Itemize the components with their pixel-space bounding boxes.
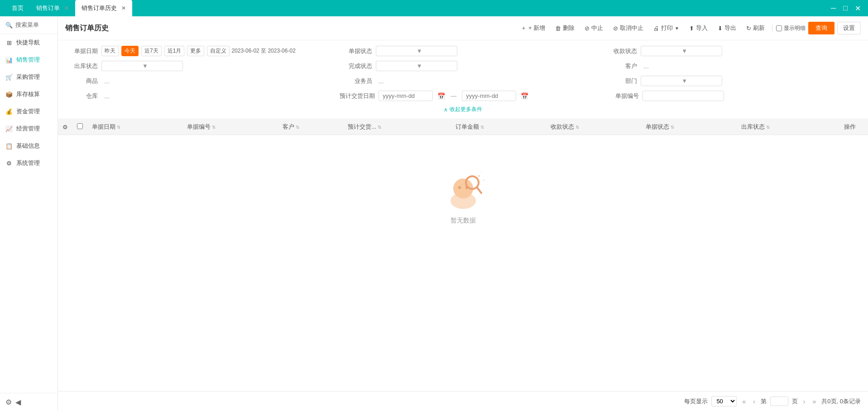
delivery-date-end-input[interactable]	[462, 91, 516, 101]
date-btn-7days[interactable]: 近7天	[141, 46, 162, 56]
th-no-label: 单据编号	[187, 123, 211, 131]
win-maximize-button[interactable]: □	[841, 4, 849, 12]
import-button[interactable]: ⬆ 导入	[686, 22, 711, 34]
tab-home[interactable]: 首页	[5, 0, 30, 16]
show-detail-label[interactable]: 显示明细	[776, 24, 806, 32]
filter-row-1: 单据日期 昨天 今天 近7天 近1月 更多 自定义 2023-06-02 至 2…	[65, 46, 861, 56]
tab-sales-order-close[interactable]: ✕	[64, 5, 69, 11]
setting-label: 设置	[843, 24, 855, 31]
customer-label: 客户	[604, 62, 641, 70]
product-control: ...	[101, 77, 321, 85]
export-button[interactable]: ⬇ 导出	[714, 22, 740, 34]
date-filter-control: 昨天 今天 近7天 近1月 更多 自定义 2023-06-02 至 2023-0…	[101, 46, 321, 56]
sidebar-item-sales-mgmt[interactable]: 📊 销售管理	[0, 51, 58, 68]
th-bill-status[interactable]: 单据状态 ⇅	[641, 119, 736, 135]
complete-status-select[interactable]: ▼	[376, 61, 457, 71]
sidebar-item-inventory-calc-label: 库存核算	[16, 90, 40, 98]
query-button[interactable]: 查询	[808, 22, 834, 34]
capital-mgmt-icon: 💰	[5, 108, 13, 115]
stop-label: 中止	[591, 24, 603, 32]
complete-status-control: ▼	[376, 61, 596, 71]
sidebar-item-sys-mgmt[interactable]: ⚙ 系统管理	[0, 155, 58, 172]
th-gear[interactable]: ⚙	[58, 119, 72, 135]
sidebar-settings-button[interactable]: ⚙	[5, 398, 12, 406]
warehouse-dots-button[interactable]: ...	[101, 92, 112, 100]
collapse-label: 收起更多条件	[450, 106, 482, 113]
product-dots-button[interactable]: ...	[101, 77, 112, 85]
last-page-button[interactable]: »	[811, 397, 818, 406]
delivery-date-start-input[interactable]	[379, 91, 433, 101]
stop-icon: ⊘	[585, 25, 590, 32]
tab-sales-order-history[interactable]: 销售订单历史 ✕	[75, 0, 132, 16]
collapse-button[interactable]: ∧ 收起更多条件	[65, 106, 861, 113]
date-btn-1month[interactable]: 近1月	[164, 46, 185, 56]
delivery-date-start-calendar-icon[interactable]: 📅	[437, 92, 445, 100]
tab-sales-order-history-close[interactable]: ✕	[121, 5, 126, 11]
export-icon: ⬇	[718, 25, 723, 32]
th-action: 操作	[832, 119, 868, 135]
sys-mgmt-icon: ⚙	[5, 160, 13, 167]
customer-dots-button[interactable]: ...	[641, 63, 652, 70]
th-checkbox[interactable]	[72, 119, 87, 135]
sidebar-item-purchase-mgmt[interactable]: 🛒 采购管理	[0, 68, 58, 86]
th-bill-status-sort-icon: ⇅	[671, 125, 674, 130]
new-button[interactable]: ＋ + 新增	[517, 22, 549, 34]
bill-status-label: 单据状态	[340, 47, 376, 55]
salesperson-dots-button[interactable]: ...	[376, 77, 387, 85]
purchase-mgmt-icon: 🛒	[5, 73, 13, 81]
stop-button[interactable]: ⊘ 中止	[581, 22, 607, 34]
date-btn-custom[interactable]: 自定义	[207, 46, 230, 56]
th-date[interactable]: 单据日期 ⇅	[87, 119, 182, 135]
th-customer[interactable]: 客户 ⇅	[278, 119, 343, 135]
sidebar-item-base-info[interactable]: 📋 基础信息	[0, 137, 58, 155]
new-icon: ＋	[521, 24, 527, 32]
date-btn-today[interactable]: 今天	[121, 46, 139, 56]
sidebar-item-ops-mgmt[interactable]: 📈 经营管理	[0, 120, 58, 137]
refresh-label: 刷新	[753, 24, 765, 32]
show-detail-checkbox[interactable]	[776, 25, 782, 31]
sidebar-item-inventory-calc[interactable]: 📦 库存核算	[0, 86, 58, 103]
out-status-label: 出库状态	[65, 62, 101, 70]
win-minimize-button[interactable]: ─	[829, 4, 838, 12]
win-close-button[interactable]: ✕	[853, 4, 863, 13]
bill-status-select[interactable]: ▼	[376, 46, 457, 56]
print-button[interactable]: 🖨 打印 ▼	[650, 22, 683, 34]
refresh-button[interactable]: ↻ 刷新	[743, 22, 768, 34]
dept-select[interactable]: ▼	[641, 76, 722, 86]
tab-sales-order[interactable]: 销售订单 ✕	[30, 0, 75, 16]
first-page-button[interactable]: «	[740, 397, 748, 406]
sidebar-item-sales-mgmt-label: 销售管理	[16, 56, 40, 64]
th-no[interactable]: 单据编号 ⇅	[182, 119, 278, 135]
page-size-select[interactable]: 50 10 20 100	[711, 396, 737, 406]
date-range: 昨天 今天 近7天 近1月 更多 自定义	[101, 46, 230, 56]
delivery-date-end-calendar-icon[interactable]: 📅	[521, 92, 528, 100]
th-delivery[interactable]: 预计交货... ⇅	[343, 119, 451, 135]
th-amount-sort-icon: ⇅	[480, 125, 484, 130]
bill-no-input[interactable]	[643, 91, 724, 101]
th-receipt-status[interactable]: 收款状态 ⇅	[546, 119, 641, 135]
sidebar-collapse-button[interactable]: ◀	[15, 398, 21, 406]
select-all-checkbox[interactable]	[77, 123, 83, 129]
sidebar-item-quick-nav[interactable]: ⊞ 快捷导航	[0, 34, 58, 51]
sidebar-search[interactable]: 🔍 搜索菜单	[0, 16, 58, 34]
th-amount[interactable]: 订单金额 ⇅	[451, 119, 546, 135]
sidebar-item-capital-mgmt[interactable]: 💰 资金管理	[0, 103, 58, 120]
th-out-status[interactable]: 出库状态 ⇅	[737, 119, 832, 135]
delete-button[interactable]: 🗑 删除	[551, 22, 578, 34]
next-page-button[interactable]: ›	[801, 397, 807, 406]
cancel-stop-label: 取消中止	[620, 24, 643, 32]
receipt-status-select[interactable]: ▼	[641, 46, 722, 56]
prev-page-button[interactable]: ‹	[751, 397, 757, 406]
out-status-arrow-icon: ▼	[142, 63, 179, 69]
date-btn-more[interactable]: 更多	[187, 46, 204, 56]
out-status-select[interactable]: ▼	[101, 61, 183, 71]
setting-button[interactable]: 设置	[837, 22, 861, 34]
svg-point-6	[478, 175, 480, 177]
th-action-label: 操作	[844, 123, 856, 130]
cancel-stop-button[interactable]: ⊘ 取消中止	[609, 22, 647, 34]
th-date-sort-icon: ⇅	[117, 125, 120, 130]
page-num-input[interactable]: 1	[770, 396, 788, 406]
date-btn-yesterday[interactable]: 昨天	[101, 46, 119, 56]
svg-point-7	[483, 180, 484, 181]
sidebar-item-base-info-label: 基础信息	[16, 142, 40, 150]
